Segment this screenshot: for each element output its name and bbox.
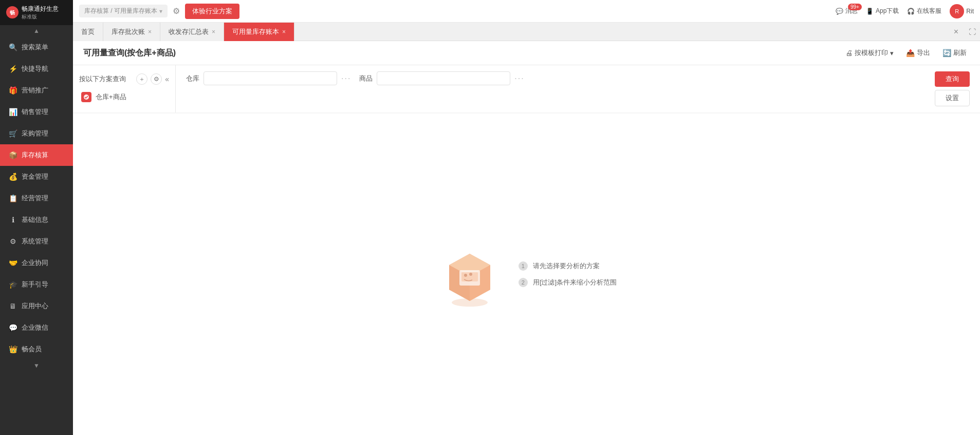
gear-icon: ⚙ xyxy=(8,237,17,246)
avatar: R xyxy=(950,4,964,18)
filter-collapse-button[interactable]: « xyxy=(165,75,169,83)
sidebar-item-sales[interactable]: 📊 销售管理 xyxy=(0,101,73,123)
query-fields: 仓库 ··· 商品 ··· xyxy=(176,65,935,91)
sidebar-scroll-down[interactable]: ▼ xyxy=(0,360,73,371)
sidebar-item-operations[interactable]: 📋 经营管理 xyxy=(0,187,73,209)
sidebar: 畅 畅康通好生意 标准版 ▲ 🔍 搜索菜单 ⚡ 快捷导航 🎁 营销推广 📊 销售… xyxy=(0,0,73,435)
tab-available-ledger-close[interactable]: × xyxy=(282,29,286,35)
filter-item-warehouse-product[interactable]: 仓库+商品 xyxy=(73,88,175,106)
tab-available-ledger[interactable]: 可用量库存账本 × xyxy=(224,23,294,41)
query-fields-row: 仓库 ··· 商品 ··· xyxy=(186,71,924,85)
wechat-icon: 💬 xyxy=(8,323,17,332)
sidebar-item-inventory[interactable]: 📦 库存核算 xyxy=(0,144,73,166)
hint-item-2: 2 用[过滤]条件来缩小分析范围 xyxy=(519,278,617,287)
tab-available-ledger-label: 可用量库存账本 xyxy=(232,27,279,36)
warehouse-label: 仓库 xyxy=(186,74,199,83)
tab-receipt-summary[interactable]: 收发存汇总表 × xyxy=(160,23,224,41)
chevron-down-icon: ▾ xyxy=(890,49,894,57)
app-download-button[interactable]: 📱 App下载 xyxy=(866,7,899,15)
filter-panel-header: 按以下方案查询 ＋ ⚙ « xyxy=(73,70,175,88)
shortcut-icon: ⚡ xyxy=(8,64,17,73)
topbar-gear-icon[interactable]: ⚙ xyxy=(171,4,182,18)
page-title: 可用量查询(按仓库+商品) xyxy=(83,48,176,59)
hint-text-1: 请先选择要分析的方案 xyxy=(533,261,600,271)
export-icon: 📤 xyxy=(906,49,915,57)
refresh-button[interactable]: 🔄 刷新 xyxy=(939,46,970,60)
chevron-down-icon: ▾ xyxy=(159,8,162,15)
sidebar-item-marketing[interactable]: 🎁 营销推广 xyxy=(0,80,73,101)
user-name: Rit xyxy=(966,8,974,15)
sidebar-item-cooperation[interactable]: 🤝 企业协同 xyxy=(0,252,73,274)
product-label: 商品 xyxy=(359,74,373,83)
tabs-close-all-button[interactable]: × xyxy=(948,27,965,36)
search-icon: 🔍 xyxy=(8,43,17,52)
sidebar-item-shortcut[interactable]: ⚡ 快捷导航 xyxy=(0,58,73,80)
template-print-button[interactable]: 🖨 按模板打印 ▾ xyxy=(842,46,897,60)
product-field-group: 商品 ··· xyxy=(359,71,524,85)
query-btn-area: 查询 设置 xyxy=(935,65,980,112)
empty-illustration xyxy=(436,243,498,305)
filter-panel-icons: ＋ ⚙ « xyxy=(136,73,169,85)
filter-panel-title: 按以下方案查询 xyxy=(79,74,126,84)
export-button[interactable]: 📤 导出 xyxy=(903,46,933,60)
sidebar-item-app-center[interactable]: 🖥 应用中心 xyxy=(0,295,73,317)
query-button[interactable]: 查询 xyxy=(935,71,970,87)
tab-batch-account-label: 库存批次账 xyxy=(112,27,145,36)
tab-home[interactable]: 首页 xyxy=(73,23,103,41)
warehouse-input[interactable] xyxy=(204,71,337,85)
tab-receipt-summary-label: 收发存汇总表 xyxy=(169,27,209,36)
sidebar-item-search[interactable]: 🔍 搜索菜单 xyxy=(0,36,73,58)
sidebar-scroll-up[interactable]: ▲ xyxy=(0,25,73,36)
sidebar-item-basic-info[interactable]: ℹ 基础信息 xyxy=(0,209,73,231)
sidebar-logo: 畅 畅康通好生意 标准版 xyxy=(0,0,73,25)
notification-button[interactable]: 💬 消息 99+ xyxy=(836,7,858,15)
tab-batch-account-close[interactable]: × xyxy=(148,29,152,35)
query-right: 仓库 ··· 商品 ··· 查询 设置 xyxy=(176,65,980,112)
tabs-bar: 首页 库存批次账 × 收发存汇总表 × 可用量库存账本 × × ⛶ xyxy=(73,23,980,41)
tabs-expand-button[interactable]: ⛶ xyxy=(965,28,980,36)
phone-icon: 📱 xyxy=(866,8,874,15)
product-more-icon[interactable]: ··· xyxy=(514,74,524,83)
settings-button[interactable]: 设置 xyxy=(935,90,970,106)
headset-icon: 🎧 xyxy=(907,8,915,15)
add-scheme-button[interactable]: ＋ xyxy=(136,73,147,85)
crown-icon: 👑 xyxy=(8,345,17,354)
sidebar-item-wechat[interactable]: 💬 企业微信 xyxy=(0,317,73,338)
tab-batch-account[interactable]: 库存批次账 × xyxy=(103,23,160,41)
sidebar-item-finance[interactable]: 💰 资金管理 xyxy=(0,166,73,187)
cart-icon: 🛒 xyxy=(8,129,17,138)
money-icon: 💰 xyxy=(8,172,17,181)
online-service-button[interactable]: 🎧 在线客服 xyxy=(907,7,941,15)
hint-text-2: 用[过滤]条件来缩小分析范围 xyxy=(533,278,617,287)
hint-num-1: 1 xyxy=(519,261,528,271)
breadcrumb: 库存核算 / 可用量库存账本 ▾ xyxy=(79,5,168,17)
filter-item-label: 仓库+商品 xyxy=(96,92,126,102)
topbar-left: 库存核算 / 可用量库存账本 ▾ ⚙ 体验行业方案 xyxy=(79,4,831,19)
svg-point-8 xyxy=(464,274,467,277)
refresh-icon: 🔄 xyxy=(942,49,951,57)
printer-icon: 🖨 xyxy=(845,49,853,57)
page-header: 可用量查询(按仓库+商品) 🖨 按模板打印 ▾ 📤 导出 🔄 刷新 xyxy=(73,41,980,65)
handshake-icon: 🤝 xyxy=(8,258,17,268)
industry-solution-button[interactable]: 体验行业方案 xyxy=(185,4,239,19)
page-content: 可用量查询(按仓库+商品) 🖨 按模板打印 ▾ 📤 导出 🔄 刷新 xyxy=(73,41,980,435)
warehouse-more-icon[interactable]: ··· xyxy=(341,74,351,83)
logo-name: 畅康通好生意 xyxy=(22,5,59,13)
sidebar-item-member[interactable]: 👑 畅会员 xyxy=(0,338,73,360)
chart-icon: 📊 xyxy=(8,107,17,117)
service-label: 在线客服 xyxy=(917,7,941,15)
query-area: 按以下方案查询 ＋ ⚙ « 仓库+商品 xyxy=(73,65,980,112)
filter-panel: 按以下方案查询 ＋ ⚙ « 仓库+商品 xyxy=(73,65,176,112)
app-icon: 🖥 xyxy=(8,301,17,311)
sidebar-item-purchase[interactable]: 🛒 采购管理 xyxy=(0,123,73,144)
user-menu[interactable]: R Rit xyxy=(950,4,974,18)
logo-tag: 标准版 xyxy=(22,13,59,20)
sidebar-item-system[interactable]: ⚙ 系统管理 xyxy=(0,231,73,252)
info-icon: ℹ xyxy=(8,215,17,224)
sidebar-item-newbie[interactable]: 🎓 新手引导 xyxy=(0,274,73,295)
tab-home-label: 首页 xyxy=(81,27,95,36)
scheme-settings-button[interactable]: ⚙ xyxy=(151,73,162,85)
inventory-icon: 📦 xyxy=(8,150,17,160)
product-input[interactable] xyxy=(377,71,510,85)
tab-receipt-summary-close[interactable]: × xyxy=(212,29,215,35)
